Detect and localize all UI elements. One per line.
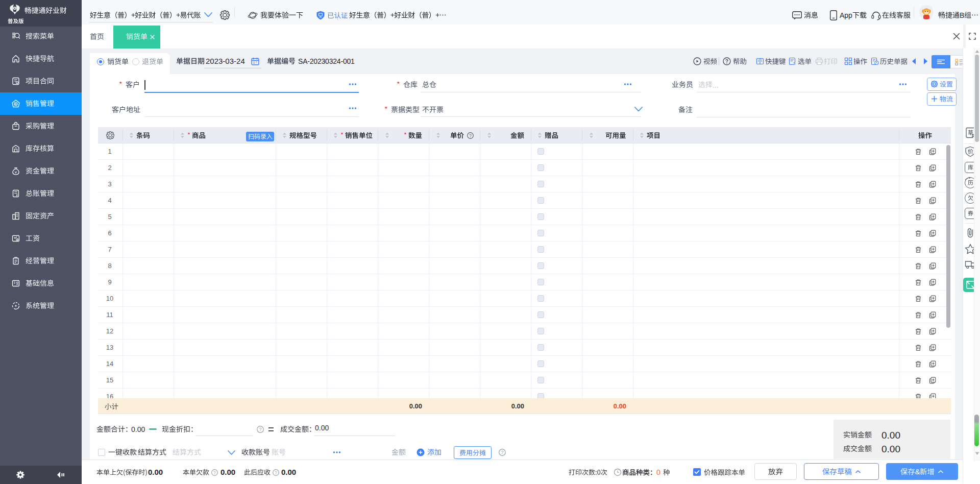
svg-text:?: ? — [213, 470, 216, 475]
svg-text:?: ? — [275, 470, 277, 475]
svg-text:?: ? — [259, 426, 261, 432]
svg-text:?: ? — [469, 133, 472, 138]
svg-text:?: ? — [501, 449, 503, 455]
